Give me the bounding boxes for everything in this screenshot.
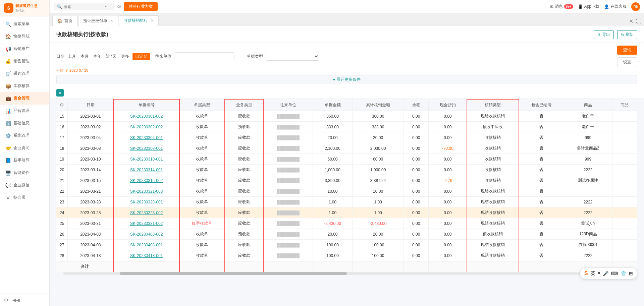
row-writeoff-amt: 100.00 — [353, 240, 404, 250]
tab-prepayment-close-icon[interactable]: ✕ — [110, 19, 113, 23]
sidebar-item-marketing[interactable]: 📢营销推广 — [0, 43, 49, 55]
message-label: 消息 — [555, 4, 563, 9]
row-date: 2023-03-14 — [68, 165, 113, 175]
sidebar-label-system: 系统管理 — [13, 133, 30, 138]
row-voucher-no: SK-20230321-003 — [113, 186, 179, 197]
partner-input[interactable] — [174, 52, 234, 60]
sidebar-label-purchase: 采购管理 — [13, 71, 30, 76]
col-partner-header: 往来单位 — [263, 99, 313, 111]
filter-expand-row: ▾ 展开更多条件 — [56, 75, 637, 84]
member-icon: V — [5, 195, 11, 200]
date-this-year[interactable]: 本年 — [92, 53, 103, 60]
export-button[interactable]: ⬆ 导出 — [594, 30, 614, 39]
floating-shirt-icon[interactable]: 👕 — [621, 271, 626, 276]
partner-dots[interactable]: ... — [237, 53, 244, 60]
message-item[interactable]: ✉ 消息 99+ — [550, 4, 573, 9]
tab-home[interactable]: 🏠 首页 — [52, 16, 77, 26]
sidebar-label-search: 搜索菜单 — [13, 21, 30, 27]
sidebar-item-sales[interactable]: 💰销售管理 — [0, 55, 49, 67]
collapse-icon[interactable]: ◀◀ — [12, 297, 20, 303]
row-writeoff-amt: 10.00 — [353, 186, 404, 197]
sidebar-item-quick-nav[interactable]: 🏠快捷导航 — [0, 30, 49, 43]
floating-keyboard-icon[interactable]: ⌨ — [611, 271, 618, 276]
floating-item-1[interactable]: 英 — [591, 270, 595, 277]
sidebar-item-inventory[interactable]: 📦库存核算 — [0, 80, 49, 92]
row-amount: 333.00 — [313, 122, 352, 132]
row-include-settled: 否 — [519, 207, 564, 218]
row-product1: 2222 — [564, 165, 612, 175]
sidebar-item-collab[interactable]: 🤝企业协同 — [0, 142, 49, 154]
row-date: 2023-03-01 — [68, 111, 113, 122]
floating-mic-icon[interactable]: 🎤 — [603, 271, 608, 276]
tab-collection[interactable]: 收款核销执行 ✕ — [119, 15, 159, 26]
tab-collection-close-icon[interactable]: ✕ — [151, 18, 154, 23]
row-balance: 0.00 — [404, 218, 429, 229]
filter-bar: 日期 上月 本月 本年 近7天 更多 自定义 往来单位 ... 单据类型 — [50, 43, 644, 87]
table-row: 22 2023-03-21 SK-20230321-003 收款单 应收款 ██… — [56, 186, 637, 197]
industry-btn[interactable]: 体验行业方案 — [124, 2, 158, 11]
query-button[interactable]: 查询 — [617, 46, 637, 55]
date-last-month[interactable]: 上月 — [66, 53, 77, 60]
topbar-search-box[interactable]: 🔍 ▾ — [54, 3, 114, 10]
filter-date-item: 日期 上月 本月 本年 近7天 更多 自定义 — [56, 53, 150, 60]
col-settings-header[interactable]: ⚙ — [56, 99, 68, 111]
row-date: 2023-03-04 — [68, 132, 113, 143]
row-no: 19 — [56, 154, 68, 165]
toolbar-collapse-btn[interactable]: » — [56, 89, 64, 97]
row-writeoff-type: 收款核销 — [467, 165, 519, 175]
table-container[interactable]: ⚙ 日期 单据编号 单据类型 业务类型 往来单位 单据金额 累计核销金额 余额 … — [50, 99, 644, 306]
row-no: 27 — [56, 240, 68, 250]
sidebar-label-hardware: 智能硬件 — [13, 170, 30, 176]
sidebar-item-wechat[interactable]: 💬企业微信 — [0, 179, 49, 191]
sidebar-item-guide[interactable]: 📘新手引导 — [0, 154, 49, 167]
sidebar-item-member[interactable]: V畅会员 — [0, 191, 49, 204]
sidebar-label-marketing: 营销推广 — [13, 46, 30, 52]
voucher-type-select[interactable] — [266, 52, 319, 61]
settings-button[interactable]: 设置 — [617, 57, 637, 67]
tab-maximize-icon[interactable]: ⛶ — [636, 18, 641, 24]
sidebar-item-basic[interactable]: ℹ️基础信息 — [0, 117, 49, 129]
search-input[interactable] — [63, 4, 104, 9]
table-row: 21 2023-03-15 SK-20230315-002 收款单 应收款 ██… — [56, 175, 637, 186]
row-product1: 测试多属性 — [564, 175, 612, 186]
tab-prepayment[interactable]: 预计应应付单 ✕ — [78, 16, 118, 26]
row-voucher-type: 收款单 — [179, 154, 225, 165]
settings-icon[interactable]: ⚙ — [4, 297, 8, 303]
table-scrollbar[interactable] — [63, 272, 631, 275]
sidebar-item-finance[interactable]: 💼资金管理 — [0, 92, 49, 105]
sidebar-item-system[interactable]: ⚙️系统管理 — [0, 129, 49, 142]
tab-home-label: 首页 — [64, 18, 72, 24]
row-voucher-no: SK-20230310-001 — [113, 154, 179, 165]
user-avatar[interactable]: Rit — [631, 2, 640, 11]
sidebar-item-search[interactable]: 🔍搜索菜单 — [0, 18, 49, 30]
refresh-button[interactable]: ↻ 刷新 — [617, 30, 637, 39]
expand-more-btn[interactable]: ▾ 展开更多条件 — [56, 75, 637, 84]
app-download-item[interactable]: 📱 App下载 — [578, 4, 599, 9]
row-voucher-no: SK-20230301-002 — [113, 111, 179, 122]
table-row: 28 2023-04-18 SK-20230418-001 收款单 应收款 ██… — [56, 250, 637, 261]
date-this-month[interactable]: 本月 — [79, 53, 90, 60]
date-7days[interactable]: 近7天 — [105, 53, 118, 60]
sidebar-item-purchase[interactable]: 🛒采购管理 — [0, 67, 49, 80]
date-custom-btn[interactable]: 自定义 — [132, 53, 150, 60]
row-product1: 999 — [564, 132, 612, 143]
sidebar-item-operation[interactable]: 📊经营管理 — [0, 105, 49, 117]
row-writeoff-type: 收款核销 — [467, 143, 519, 154]
row-biz-type: 应收款 — [225, 143, 263, 154]
search-dropdown-icon[interactable]: ▾ — [105, 5, 107, 8]
topbar-gear-icon[interactable]: ⚙ — [117, 3, 121, 10]
message-icon: ✉ — [550, 4, 553, 9]
sidebar-item-hardware[interactable]: 🖥️智能硬件 — [0, 167, 49, 179]
basic-icon: ℹ️ — [5, 121, 11, 126]
row-voucher-no: SK-20230328-001 — [113, 197, 179, 207]
tab-close-all-icon[interactable]: ✕ — [629, 18, 633, 24]
row-cash-discount: 0.00 — [429, 197, 467, 207]
row-date: 2023-03-31 — [68, 218, 113, 229]
row-voucher-no: SK-20230331-002 — [113, 218, 179, 229]
floating-grid-icon[interactable]: ⊞ — [629, 271, 633, 276]
online-service-item[interactable]: 👤 在线客服 — [604, 4, 627, 9]
row-voucher-no: SK-20230408-001 — [113, 240, 179, 250]
date-more[interactable]: 更多 — [120, 53, 130, 60]
purchase-icon: 🛒 — [5, 71, 11, 76]
row-include-settled: 否 — [519, 229, 564, 240]
